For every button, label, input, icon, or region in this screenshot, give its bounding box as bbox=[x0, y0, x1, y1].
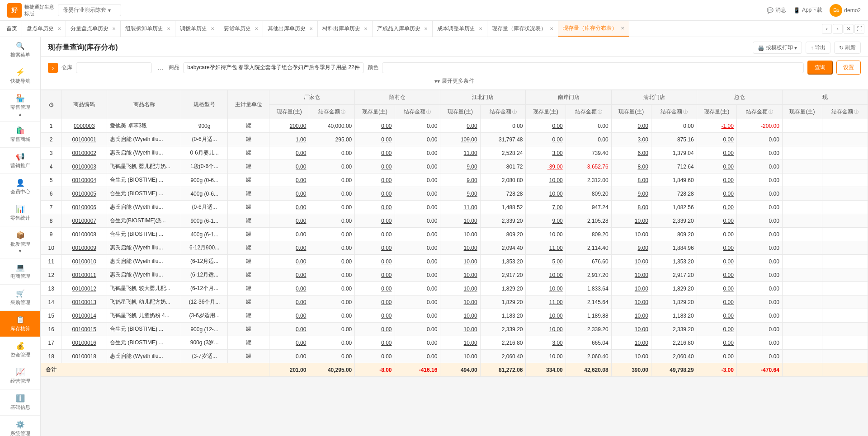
sidebar-item-member[interactable]: 👤 会员中心 bbox=[0, 174, 40, 200]
cell-w4-qty[interactable]: 10.00 bbox=[526, 350, 566, 363]
table-wrapper[interactable]: ⚙ 商品编码 商品名称 规格型号 主计量单位 厂家仓 陌村仓 江北门店 南岸门店… bbox=[41, 90, 868, 436]
filter-expand-icon[interactable]: › bbox=[48, 63, 58, 73]
cell-w5-qty[interactable]: 10.00 bbox=[611, 228, 651, 241]
sidebar-item-basic[interactable]: ℹ️ 基础信息 bbox=[0, 389, 40, 416]
cell-w4-qty[interactable]: 11.00 bbox=[526, 241, 566, 255]
tab-stock3[interactable]: 组装拆卸单历史 ✕ bbox=[121, 21, 175, 37]
cell-w2-qty[interactable]: 0.00 bbox=[355, 173, 395, 187]
cell-w3-qty[interactable]: 9.00 bbox=[440, 173, 480, 187]
tab-inv-status[interactable]: 现存量（库存状况表） ✕ bbox=[487, 21, 558, 37]
tab-close[interactable]: ✕ bbox=[621, 26, 624, 31]
cell-w1-qty[interactable]: 0.00 bbox=[269, 255, 309, 268]
tab-expand-btn[interactable]: ⛶ bbox=[854, 24, 864, 34]
cell-w4-qty[interactable]: 7.00 bbox=[526, 201, 566, 214]
cell-w2-qty[interactable]: 0.00 bbox=[355, 146, 395, 160]
sidebar-item-operation[interactable]: 📈 经营管理 bbox=[0, 363, 40, 389]
cell-code[interactable]: 00100003 bbox=[61, 160, 107, 173]
sidebar-item-purchase[interactable]: 🛒 采购管理 bbox=[0, 285, 40, 311]
cell-w4-qty[interactable]: -39.00 bbox=[526, 160, 566, 173]
app-download-btn[interactable]: 📱 App下载 bbox=[793, 6, 822, 14]
cell-t-qty[interactable]: 0.00 bbox=[697, 187, 736, 201]
cell-w4-qty[interactable]: 10.00 bbox=[526, 173, 566, 187]
cell-w3-qty[interactable]: 10.00 bbox=[440, 228, 480, 241]
warehouse-dots[interactable]: ... bbox=[156, 64, 165, 72]
tab-close[interactable]: ✕ bbox=[364, 26, 368, 31]
cell-w4-qty[interactable]: 10.00 bbox=[526, 309, 566, 323]
tab-out[interactable]: 其他出库单历史 ✕ bbox=[263, 21, 318, 37]
tab-stock[interactable]: 盘点单历史 ✕ bbox=[22, 21, 66, 37]
cell-w5-qty[interactable]: 10.00 bbox=[611, 268, 651, 282]
export-btn[interactable]: ↑ 导出 bbox=[806, 42, 830, 54]
cell-w4-qty[interactable]: 11.00 bbox=[526, 295, 566, 309]
cell-code[interactable]: 0000003 bbox=[61, 119, 107, 133]
cell-t-qty[interactable]: 0.00 bbox=[697, 268, 736, 282]
cell-w2-qty[interactable]: 0.00 bbox=[355, 160, 395, 173]
cell-w3-qty[interactable]: 10.00 bbox=[440, 255, 480, 268]
cell-w4-qty[interactable]: 0.00 bbox=[526, 133, 566, 146]
cell-w1-qty[interactable]: 0.00 bbox=[269, 173, 309, 187]
cell-w1-qty[interactable]: 0.00 bbox=[269, 160, 309, 173]
cell-w5-qty[interactable]: 10.00 bbox=[611, 350, 651, 363]
cell-w3-qty[interactable]: 9.00 bbox=[440, 160, 480, 173]
cell-w5-qty[interactable]: 10.00 bbox=[611, 282, 651, 295]
cell-w5-qty[interactable]: 10.00 bbox=[611, 323, 651, 336]
sidebar-item-wholesale[interactable]: 📦 批发管理 ▼ bbox=[0, 226, 40, 258]
tab-close[interactable]: ✕ bbox=[479, 26, 482, 31]
tab-close[interactable]: ✕ bbox=[424, 26, 428, 31]
cell-w3-qty[interactable]: 10.00 bbox=[440, 241, 480, 255]
cell-w3-qty[interactable]: 0.00 bbox=[440, 119, 480, 133]
cell-code[interactable]: 00100011 bbox=[61, 268, 107, 282]
info-icon[interactable]: ⓘ bbox=[683, 109, 688, 114]
cell-code[interactable]: 00100016 bbox=[61, 336, 107, 350]
tab-close[interactable]: ✕ bbox=[255, 26, 258, 31]
cell-t-qty[interactable]: 0.00 bbox=[697, 214, 736, 228]
cell-w4-qty[interactable]: 10.00 bbox=[526, 228, 566, 241]
color-input[interactable] bbox=[382, 62, 804, 73]
refresh-btn[interactable]: ↻ 刷新 bbox=[834, 42, 861, 54]
cell-code[interactable]: 00100005 bbox=[61, 187, 107, 201]
message-btn[interactable]: 💬 消息 bbox=[767, 6, 786, 14]
cell-w2-qty[interactable]: 0.00 bbox=[355, 119, 395, 133]
cell-t-qty[interactable]: 0.00 bbox=[697, 336, 736, 350]
cell-code[interactable]: 00100008 bbox=[61, 228, 107, 241]
settings-icon[interactable]: ⚙ bbox=[48, 101, 54, 108]
cell-t-qty[interactable]: 0.00 bbox=[697, 228, 736, 241]
cell-w4-qty[interactable]: 5.00 bbox=[526, 255, 566, 268]
cell-w3-qty[interactable]: 10.00 bbox=[440, 282, 480, 295]
goods-input[interactable] bbox=[183, 62, 364, 73]
tab-close[interactable]: ✕ bbox=[57, 26, 61, 31]
cell-t-qty[interactable]: 0.00 bbox=[697, 309, 736, 323]
cell-w2-qty[interactable]: 0.00 bbox=[355, 201, 395, 214]
cell-code[interactable]: 00100013 bbox=[61, 295, 107, 309]
cell-w2-qty[interactable]: 0.00 bbox=[355, 228, 395, 241]
cell-t-qty[interactable]: 0.00 bbox=[697, 133, 736, 146]
info-icon[interactable]: ⓘ bbox=[769, 109, 773, 114]
cell-w2-qty[interactable]: 0.00 bbox=[355, 187, 395, 201]
cell-w1-qty[interactable]: 0.00 bbox=[269, 268, 309, 282]
cell-w2-qty[interactable]: 0.00 bbox=[355, 295, 395, 309]
cell-w1-qty[interactable]: 0.00 bbox=[269, 336, 309, 350]
cell-w1-qty[interactable]: 0.00 bbox=[269, 146, 309, 160]
tab-produce[interactable]: 产成品入库单历史 ✕ bbox=[373, 21, 433, 37]
cell-t-qty[interactable]: 0.00 bbox=[697, 282, 736, 295]
cell-t-qty[interactable]: 0.00 bbox=[697, 323, 736, 336]
cell-w1-qty[interactable]: 0.00 bbox=[269, 214, 309, 228]
tab-inv-dist[interactable]: 现存量（库存分布表） ✕ bbox=[558, 21, 629, 37]
cell-code[interactable]: 00100009 bbox=[61, 241, 107, 255]
cell-t-qty[interactable]: 0.00 bbox=[697, 241, 736, 255]
cell-t-qty[interactable]: 0.00 bbox=[697, 146, 736, 160]
cell-w3-qty[interactable]: 9.00 bbox=[440, 187, 480, 201]
cell-w5-qty[interactable]: 10.00 bbox=[611, 214, 651, 228]
cell-w3-qty[interactable]: 10.00 bbox=[440, 295, 480, 309]
info-icon[interactable]: ⓘ bbox=[598, 109, 602, 114]
cell-t-qty[interactable]: 0.00 bbox=[697, 160, 736, 173]
cell-w2-qty[interactable]: 0.00 bbox=[355, 336, 395, 350]
industry-selector[interactable]: 母婴行业演示陈套 ▾ bbox=[58, 4, 121, 16]
cell-w3-qty[interactable]: 10.00 bbox=[440, 214, 480, 228]
cell-w4-qty[interactable]: 0.00 bbox=[526, 119, 566, 133]
cell-w1-qty[interactable]: 0.00 bbox=[269, 228, 309, 241]
sidebar-item-marketing[interactable]: 📢 营销推广 bbox=[0, 148, 40, 174]
cell-w2-qty[interactable]: 0.00 bbox=[355, 214, 395, 228]
tab-close[interactable]: ✕ bbox=[309, 26, 313, 31]
tab-cost[interactable]: 成本调整单历史 ✕ bbox=[433, 21, 487, 37]
